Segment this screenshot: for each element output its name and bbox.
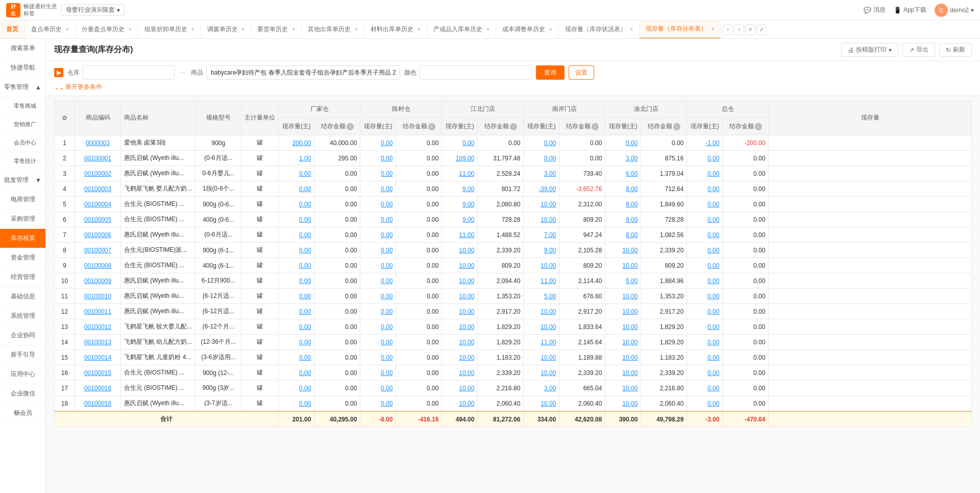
cell-jb-stock[interactable]: 9.00	[442, 181, 478, 197]
cell-code[interactable]: 00100003	[75, 181, 121, 197]
cell-code[interactable]: 00100002	[75, 166, 121, 181]
cell-jb-stock[interactable]: 10.00	[442, 304, 478, 319]
cell-c-stock[interactable]: 0.00	[360, 289, 396, 304]
na-amt-info-icon[interactable]: i	[592, 123, 599, 130]
cell-code[interactable]: 00100010	[75, 289, 121, 304]
sidebar-item-retail[interactable]: 零售管理 ▲	[0, 78, 45, 97]
cell-t-stock[interactable]: 0.00	[687, 381, 723, 396]
cell-t-stock[interactable]: 0.00	[687, 273, 723, 289]
cell-code[interactable]: 00100014	[75, 350, 121, 365]
cell-t-stock[interactable]: 0.00	[687, 166, 723, 181]
cell-code[interactable]: 00100012	[75, 319, 121, 335]
cell-yb-stock[interactable]: 10.00	[605, 381, 641, 396]
cell-na-stock[interactable]: -39.00	[524, 181, 559, 197]
cell-yb-stock[interactable]: 8.00	[605, 197, 641, 212]
cell-c-stock[interactable]: 0.00	[360, 151, 396, 166]
cell-jb-stock[interactable]: 10.00	[442, 273, 478, 289]
cell-na-stock[interactable]: 0.00	[524, 135, 559, 151]
jb-amt-info-icon[interactable]: i	[510, 123, 517, 130]
sidebar-item-member2[interactable]: 畅会员	[0, 404, 45, 423]
tab-requisition[interactable]: 要货单历史 ×	[251, 20, 302, 39]
cell-f-stock[interactable]: 0.00	[279, 319, 314, 335]
cell-c-stock[interactable]: 0.00	[360, 197, 396, 212]
sidebar-item-retail-stats[interactable]: 零售统计	[0, 152, 45, 171]
color-input[interactable]	[420, 65, 532, 80]
sidebar-item-collaboration[interactable]: 企业协同	[0, 326, 45, 345]
query-btn[interactable]: 查询	[536, 65, 565, 80]
nav-prev[interactable]: ‹	[723, 25, 733, 35]
sidebar-item-wholesale[interactable]: 批发管理 ▼	[0, 171, 45, 190]
cell-t-stock[interactable]: 0.00	[687, 151, 723, 166]
cell-t-stock[interactable]: 0.00	[687, 227, 723, 243]
cell-c-stock[interactable]: 0.00	[360, 258, 396, 273]
cell-f-stock[interactable]: 0.00	[279, 258, 314, 273]
cell-t-stock[interactable]: 0.00	[687, 258, 723, 273]
cell-na-stock[interactable]: 10.00	[524, 212, 559, 227]
cell-na-stock[interactable]: 10.00	[524, 396, 559, 412]
cell-code[interactable]: 0000003	[75, 135, 121, 151]
sidebar-item-inventory[interactable]: 库存核算	[0, 229, 45, 248]
cell-c-stock[interactable]: 0.00	[360, 227, 396, 243]
cell-t-stock[interactable]: 0.00	[687, 365, 723, 381]
expand-conditions-btn[interactable]: ⌄⌄ 展开更多条件	[54, 83, 972, 91]
tab-inventory-count[interactable]: 盘点单历史 ×	[25, 20, 76, 39]
cell-yb-stock[interactable]: 10.00	[605, 243, 641, 258]
cell-jb-stock[interactable]: 109.00	[442, 151, 478, 166]
print-btn[interactable]: 🖨 按模版打印 ▾	[841, 43, 898, 57]
refresh-btn[interactable]: ↻ 刷新	[939, 43, 972, 57]
sidebar-item-finance[interactable]: 资金管理	[0, 248, 45, 268]
close-tab-material-out[interactable]: ×	[418, 27, 421, 32]
cell-f-stock[interactable]: 200.00	[279, 135, 314, 151]
cell-c-stock[interactable]: 0.00	[360, 135, 396, 151]
cell-c-stock[interactable]: 0.00	[360, 181, 396, 197]
expand-row-btn[interactable]: ▶	[54, 68, 63, 77]
tab-material-out[interactable]: 材料出库单历史 ×	[364, 20, 427, 39]
cell-f-stock[interactable]: 0.00	[279, 289, 314, 304]
goods-input[interactable]	[206, 65, 400, 80]
cell-yb-stock[interactable]: 10.00	[605, 335, 641, 350]
cell-c-stock[interactable]: 0.00	[360, 335, 396, 350]
cell-f-stock[interactable]: 0.00	[279, 335, 314, 350]
cell-jb-stock[interactable]: 10.00	[442, 258, 478, 273]
tab-other-out[interactable]: 其他出库单历史 ×	[302, 20, 364, 39]
cell-na-stock[interactable]: 10.00	[524, 319, 559, 335]
cell-jb-stock[interactable]: 9.00	[442, 212, 478, 227]
c-amt-info-icon[interactable]: i	[428, 123, 435, 130]
sidebar-item-quick-nav[interactable]: 快捷导航	[0, 58, 45, 78]
close-tab-product-in[interactable]: ×	[486, 27, 489, 32]
cell-c-stock[interactable]: 0.00	[360, 212, 396, 227]
cell-yb-stock[interactable]: 10.00	[605, 350, 641, 365]
cell-f-stock[interactable]: 0.00	[279, 304, 314, 319]
cell-f-stock[interactable]: 0.00	[279, 273, 314, 289]
sidebar-item-operation[interactable]: 经营管理	[0, 268, 45, 287]
cell-yb-stock[interactable]: 10.00	[605, 319, 641, 335]
cell-na-stock[interactable]: 3.00	[524, 381, 559, 396]
sidebar-item-app-center[interactable]: 应用中心	[0, 365, 45, 384]
cell-f-stock[interactable]: 0.00	[279, 227, 314, 243]
cell-jb-stock[interactable]: 10.00	[442, 243, 478, 258]
cell-code[interactable]: 00100018	[75, 396, 121, 412]
cell-t-stock[interactable]: 0.00	[687, 212, 723, 227]
cell-na-stock[interactable]: 7.00	[524, 227, 559, 243]
close-tab-other-out[interactable]: ×	[355, 27, 358, 32]
cell-jb-stock[interactable]: 9.00	[442, 197, 478, 212]
warehouse-input[interactable]	[83, 65, 175, 80]
cell-f-stock[interactable]: 0.00	[279, 396, 314, 412]
close-tab-stock-status[interactable]: ×	[630, 27, 633, 32]
cell-jb-stock[interactable]: 11.00	[442, 166, 478, 181]
sidebar-item-marketing[interactable]: 营销推广	[0, 115, 45, 134]
sidebar-item-retail-shop[interactable]: 零售商城	[0, 97, 45, 115]
cell-jb-stock[interactable]: 10.00	[442, 350, 478, 365]
cell-na-stock[interactable]: 5.00	[524, 289, 559, 304]
cell-t-stock[interactable]: 0.00	[687, 319, 723, 335]
tab-transfer[interactable]: 调拨单历史 ×	[201, 20, 252, 39]
f-amt-info-icon[interactable]: i	[347, 123, 354, 130]
sidebar-item-system[interactable]: 系统管理	[0, 307, 45, 326]
tab-assembly[interactable]: 组装折卸单历史 ×	[138, 20, 201, 39]
nav-expand[interactable]: ⤢	[756, 25, 767, 35]
close-tab-requisition[interactable]: ×	[292, 27, 295, 32]
cell-na-stock[interactable]: 10.00	[524, 258, 559, 273]
cell-yb-stock[interactable]: 6.00	[605, 166, 641, 181]
cell-jb-stock[interactable]: 10.00	[442, 396, 478, 412]
cell-code[interactable]: 00100015	[75, 365, 121, 381]
